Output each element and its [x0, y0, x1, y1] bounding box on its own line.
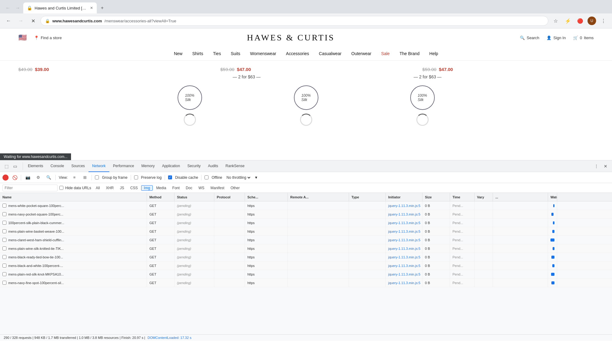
- nav-womenswear[interactable]: Womenswear: [250, 51, 276, 56]
- nav-accessories[interactable]: Accessories: [286, 51, 309, 56]
- table-row[interactable]: mens-plain-wine-silk-knitted-tie-TIK... …: [0, 244, 612, 253]
- initiator-link-3[interactable]: jquery-1.11.3.min.js:5: [388, 230, 420, 233]
- forward-nav-button[interactable]: →: [16, 16, 26, 26]
- table-row[interactable]: 100percent-silk-plain-black-cummer... GE…: [0, 219, 612, 227]
- filter-ws[interactable]: WS: [196, 185, 207, 191]
- search-icon-button[interactable]: 🔍: [45, 174, 52, 181]
- nav-outerwear[interactable]: Outerwear: [351, 51, 371, 56]
- initiator-link-0[interactable]: jquery-1.11.3.min.js:5: [388, 204, 420, 208]
- preserve-log-checkbox[interactable]: [134, 175, 138, 179]
- nav-brand[interactable]: The Brand: [400, 51, 419, 56]
- tab-ranksense[interactable]: RankSense: [222, 160, 248, 172]
- table-row[interactable]: mens-white-pocket-square-100perc... GET …: [0, 201, 612, 210]
- view-large-button[interactable]: ⊞: [81, 174, 88, 181]
- filter-other[interactable]: Other: [228, 185, 242, 191]
- nav-sale[interactable]: Sale: [381, 51, 390, 56]
- video-button[interactable]: 📷: [24, 174, 32, 181]
- reload-button[interactable]: ✕: [28, 16, 38, 26]
- initiator-link-7[interactable]: jquery-1.11.3.min.js:5: [388, 264, 420, 268]
- tab-security[interactable]: Security: [184, 160, 204, 172]
- tab-audits[interactable]: Audits: [204, 160, 222, 172]
- device-icon-button[interactable]: ▭: [11, 162, 19, 170]
- row-checkbox-1[interactable]: [2, 212, 6, 216]
- row-checkbox-9[interactable]: [2, 281, 6, 285]
- tab-network[interactable]: Network: [88, 160, 109, 172]
- clear-button[interactable]: 🚫: [12, 174, 18, 181]
- filter-xhr[interactable]: XHR: [103, 185, 116, 191]
- initiator-link-8[interactable]: jquery-1.11.3.min.js:5: [388, 272, 420, 276]
- initiator-link-1[interactable]: jquery-1.11.3.min.js:5: [388, 212, 420, 216]
- inspector-icon-button[interactable]: ⬚: [2, 162, 10, 170]
- initiator-link-2[interactable]: jquery-1.11.3.min.js:5: [388, 221, 420, 225]
- dom-content-loaded-link[interactable]: DOMContentLoaded: 17.32 s: [148, 336, 191, 340]
- extension-2-button[interactable]: 🔴: [575, 16, 585, 26]
- view-list-button[interactable]: ≡: [71, 174, 78, 181]
- table-row[interactable]: mens-navy-pocket-square-100perc... GET (…: [0, 210, 612, 219]
- new-tab-button[interactable]: +: [98, 4, 107, 12]
- filter-manifest[interactable]: Manifest: [208, 185, 227, 191]
- more-options-button[interactable]: ⋮: [592, 162, 600, 170]
- filter-icon-button[interactable]: ⚙: [35, 174, 42, 181]
- table-row[interactable]: mens-black-ready-tied-bow-tie-100... GET…: [0, 253, 612, 261]
- nav-casualwear[interactable]: Casualwear: [319, 51, 342, 56]
- initiator-link-6[interactable]: jquery-1.11.3.min.js:5: [388, 255, 420, 259]
- filter-doc[interactable]: Doc: [183, 185, 195, 191]
- tab-application[interactable]: Application: [158, 160, 184, 172]
- row-checkbox-7[interactable]: [2, 264, 6, 268]
- product-1-item[interactable]: 100%Silk: [178, 85, 202, 126]
- tab-elements[interactable]: Elements: [24, 160, 47, 172]
- hide-data-urls-checkbox[interactable]: [59, 186, 63, 190]
- row-checkbox-5[interactable]: [2, 246, 6, 250]
- filter-css[interactable]: CSS: [127, 185, 141, 191]
- back-button[interactable]: ←: [4, 4, 12, 12]
- initiator-link-5[interactable]: jquery-1.11.3.min.js:5: [388, 247, 420, 250]
- filter-font[interactable]: Font: [170, 185, 182, 191]
- active-tab[interactable]: 🔒 Hawes and Curtis Limited [GB] ✕: [23, 2, 97, 13]
- filter-img[interactable]: Img: [141, 185, 153, 191]
- find-store-link[interactable]: 📍 Find a store: [34, 36, 62, 40]
- product-2-item[interactable]: 100%Silk: [294, 85, 318, 126]
- close-devtools-button[interactable]: ✕: [602, 162, 610, 170]
- profile-button[interactable]: U: [588, 17, 596, 25]
- filter-input[interactable]: [2, 185, 58, 191]
- extension-1-button[interactable]: ⚡: [563, 16, 573, 26]
- bookmark-button[interactable]: ☆: [551, 16, 561, 26]
- back-nav-button[interactable]: ←: [4, 16, 13, 26]
- nav-suits[interactable]: Suits: [231, 51, 240, 56]
- filter-js[interactable]: JS: [117, 185, 127, 191]
- menu-button[interactable]: ⋮: [599, 16, 608, 26]
- tab-sources[interactable]: Sources: [68, 160, 88, 172]
- filter-media[interactable]: Media: [153, 185, 169, 191]
- row-checkbox-6[interactable]: [2, 255, 6, 259]
- nav-shirts[interactable]: Shirts: [192, 51, 203, 56]
- signin-action[interactable]: 👤 Sign In: [546, 36, 565, 40]
- tab-performance[interactable]: Performance: [109, 160, 138, 172]
- row-checkbox-2[interactable]: [2, 221, 6, 225]
- cart-action[interactable]: 🛒 0 Items: [573, 36, 594, 40]
- row-checkbox-0[interactable]: [2, 204, 6, 208]
- tab-memory[interactable]: Memory: [138, 160, 158, 172]
- filter-all[interactable]: All: [93, 185, 103, 191]
- row-checkbox-4[interactable]: [2, 238, 6, 242]
- nav-new[interactable]: New: [174, 51, 182, 56]
- disable-cache-checkbox[interactable]: ✓: [168, 175, 172, 179]
- nav-help[interactable]: Help: [429, 51, 438, 56]
- table-row[interactable]: mens-plain-red-silk-knot-MKPSA10... GET …: [0, 270, 612, 279]
- record-button[interactable]: [2, 174, 9, 181]
- forward-button[interactable]: →: [13, 4, 22, 12]
- search-action[interactable]: 🔍 Search: [520, 36, 539, 40]
- group-by-frame-checkbox[interactable]: [95, 175, 99, 179]
- row-checkbox-3[interactable]: [2, 229, 6, 233]
- tab-console[interactable]: Console: [47, 160, 68, 172]
- nav-ties[interactable]: Ties: [213, 51, 221, 56]
- table-row[interactable]: mens-claret-west-ham-shield-cufflin... G…: [0, 236, 612, 244]
- initiator-link-9[interactable]: jquery-1.11.3.min.js:5: [388, 281, 420, 285]
- table-row[interactable]: mens-black-and-white-100percent-... GET …: [0, 261, 612, 270]
- offline-checkbox[interactable]: [205, 175, 208, 179]
- tab-close-button[interactable]: ✕: [90, 6, 93, 10]
- product-3-item[interactable]: 100%Silk: [410, 85, 435, 126]
- row-checkbox-8[interactable]: [2, 272, 6, 276]
- throttle-select[interactable]: No throttling: [225, 175, 251, 180]
- url-bar[interactable]: 🔒 www.hawesandcurtis.com /menswear/acces…: [40, 16, 548, 26]
- initiator-link-4[interactable]: jquery-1.11.3.min.js:5: [388, 238, 420, 242]
